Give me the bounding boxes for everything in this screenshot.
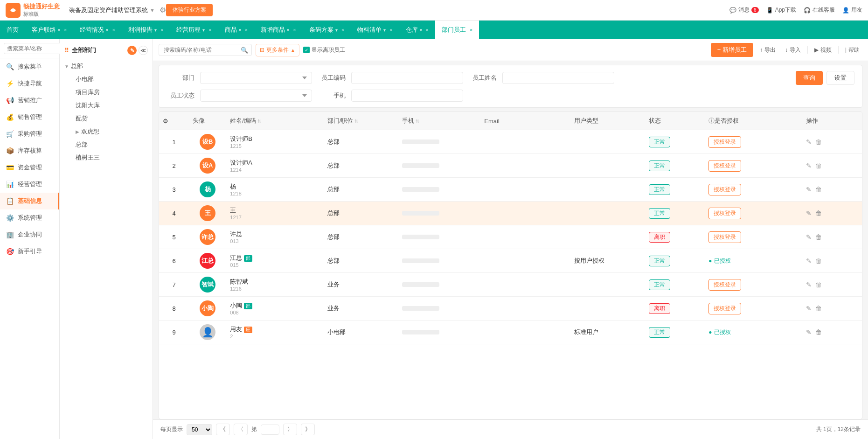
auth-login-btn[interactable]: 授权登录 [708,231,741,243]
query-btn[interactable]: 查询 [796,71,823,85]
col-header-phone[interactable]: 手机 ⇅ [398,112,480,130]
tab-close-icon[interactable]: × [245,27,248,33]
dept-select[interactable] [200,72,312,84]
dept-node-peiho[interactable]: 配货 [69,112,153,125]
settings-gear-icon[interactable]: ⚙ [160,6,166,14]
delete-icon[interactable]: 🗑 [815,209,822,217]
more-filter-btn[interactable]: ⊟ 更多条件 ▲ [256,44,299,56]
tab-close-icon[interactable]: × [293,27,296,33]
sidebar-item-search[interactable]: 🔍 搜索菜单 [0,58,59,75]
nav-tab-bom[interactable]: 物料清单 ▾ × [351,21,399,39]
sidebar-item-marketing[interactable]: 📢 营销推广 [0,92,59,109]
sort-phone-btn[interactable]: 手机 ⇅ [402,117,477,125]
sort-dept-btn[interactable]: 部门/职位 ⇅ [327,117,395,125]
nav-tab-home[interactable]: 首页 [0,21,25,39]
auth-login-btn[interactable]: 授权登录 [708,184,741,195]
sidebar-item-enterprise[interactable]: 🏢 企业协同 [0,226,59,243]
edit-icon[interactable]: ✎ [806,328,812,336]
dept-node-proj[interactable]: 项目库房 [69,86,153,99]
emp-name-input[interactable] [502,72,614,84]
nav-tab-history[interactable]: 经营历程 ▾ × [170,21,218,39]
dept-collapse-btn[interactable]: ≪ [139,46,148,55]
tab-close-icon[interactable]: × [341,27,344,33]
sidebar-item-operations[interactable]: 📊 经营管理 [0,176,59,193]
trial-button[interactable]: 体验行业方案 [166,4,213,16]
sidebar-item-basics[interactable]: 📋 基础信息 [0,193,59,209]
auth-login-btn[interactable]: 授权登录 [708,303,741,314]
message-btn[interactable]: 💬 消息 6 [729,6,759,14]
app-download-btn[interactable]: 📱 App下载 [766,6,796,14]
col-header-dept[interactable]: 部门/职位 ⇅ [324,112,398,130]
auth-login-btn[interactable]: 授权登录 [708,208,741,219]
system-dropdown-icon[interactable]: ▼ [150,7,155,13]
export-btn[interactable]: ↑ 导出 [757,44,778,56]
page-num-input[interactable]: 1 [261,425,279,435]
phone-input[interactable] [351,90,463,102]
edit-icon[interactable]: ✎ [806,138,812,146]
edit-icon[interactable]: ✎ [806,257,812,265]
col-settings-icon[interactable]: ⚙ [159,112,189,130]
delete-icon[interactable]: 🗑 [815,328,822,336]
sidebar-item-system[interactable]: ⚙️ 系统管理 [0,209,59,226]
search-input[interactable] [159,44,252,56]
nav-tab-barcode[interactable]: 条码方案 ▾ × [303,21,351,39]
dept-node-hq[interactable]: 总部 [69,138,153,151]
dept-edit-btn[interactable]: ✎ [127,46,137,55]
auth-login-btn[interactable]: 授权登录 [708,136,741,148]
user-avatar-area[interactable]: 👤 用友 [842,6,862,14]
first-page-btn[interactable]: 《 [216,424,230,435]
tab-close-icon[interactable]: × [160,27,163,33]
nav-tab-warehouse[interactable]: 仓库 ▾ × [399,21,435,39]
delete-icon[interactable]: 🗑 [815,305,822,312]
prev-page-btn[interactable]: 〈 [234,424,248,435]
tab-close-active-icon[interactable]: × [470,27,472,33]
page-size-select[interactable]: 50 100 [187,424,212,435]
edit-icon[interactable]: ✎ [806,162,812,169]
delete-icon[interactable]: 🗑 [815,257,822,265]
nav-tab-new-goods[interactable]: 新增商品 ▾ × [254,21,302,39]
dept-node-general[interactable]: ▼ 总部 [60,60,153,73]
filter-settings-btn[interactable]: 设置 [826,71,854,85]
nav-tab-goods[interactable]: 商品 ▾ × [218,21,254,39]
auth-login-btn[interactable]: 授权登录 [708,160,741,172]
import-btn[interactable]: ↓ 导入 [782,44,804,56]
dept-node-shuanghu[interactable]: ▶ 双虎想 [69,125,153,138]
help-btn[interactable]: | 帮助 [842,44,862,56]
delete-icon[interactable]: 🗑 [815,233,822,241]
nav-tab-dept-employee[interactable]: 部门员工 × [435,21,479,39]
online-service-btn[interactable]: 🎧 在线客服 [804,6,835,14]
nav-tab-customer[interactable]: 客户联络 ▾ × [25,21,73,39]
sidebar-item-purchase[interactable]: 🛒 采购管理 [0,125,59,142]
next-page-btn[interactable]: 〉 [283,424,297,435]
edit-icon[interactable]: ✎ [806,305,812,312]
delete-icon[interactable]: 🗑 [815,162,822,169]
edit-icon[interactable]: ✎ [806,281,812,288]
sidebar-item-finance[interactable]: 💳 资金管理 [0,159,59,176]
sidebar-item-shortcuts[interactable]: ⚡ 快捷导航 [0,75,59,92]
edit-icon[interactable]: ✎ [806,186,812,193]
col-header-name[interactable]: 姓名/编码 ⇅ [226,112,323,130]
tab-close-icon[interactable]: × [112,27,115,33]
tab-close-icon[interactable]: × [426,27,429,33]
edit-icon[interactable]: ✎ [806,233,812,241]
sort-name-btn[interactable]: 姓名/编码 ⇅ [230,117,319,125]
dept-node-xdept[interactable]: 小电部 [69,73,153,86]
tab-close-icon[interactable]: × [389,27,392,33]
edit-icon[interactable]: ✎ [806,209,812,217]
last-page-btn[interactable]: 》 [301,424,315,435]
emp-code-input[interactable] [351,72,463,84]
search-submit-icon[interactable]: 🔍 [241,47,248,54]
add-employee-btn[interactable]: + 新增员工 [711,43,753,57]
view-btn[interactable]: ▶ 视频 [812,44,834,56]
sidebar-item-inventory[interactable]: 📦 库存核算 [0,142,59,159]
emp-status-select[interactable] [200,90,312,102]
sidebar-item-guide[interactable]: 🎯 新手引导 [0,243,59,260]
delete-icon[interactable]: 🗑 [815,281,822,288]
show-resigned-checkbox[interactable]: ✓ 显示离职员工 [303,46,345,54]
delete-icon[interactable]: 🗑 [815,138,822,146]
sidebar-item-sales[interactable]: 💰 销售管理 [0,109,59,125]
dept-node-zhishu[interactable]: 植树王三 [69,151,153,164]
nav-tab-profit[interactable]: 利润报告 ▾ × [122,21,170,39]
tab-close-icon[interactable]: × [64,27,67,33]
tab-close-icon[interactable]: × [208,27,211,33]
